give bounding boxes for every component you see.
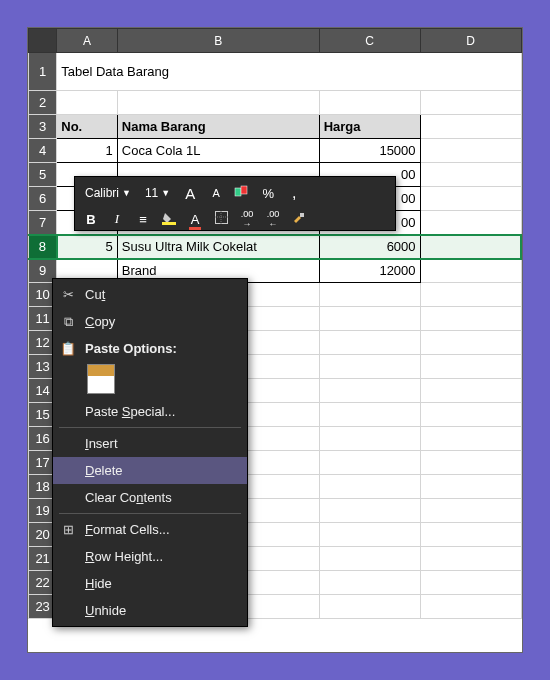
row-header-2[interactable]: 2 <box>29 91 57 115</box>
separator <box>59 513 241 514</box>
currency-icon <box>234 185 250 199</box>
font-family-value: Calibri <box>85 186 119 200</box>
row-header-5[interactable]: 5 <box>29 163 57 187</box>
ctx-paste-special-label: Paste Special... <box>85 404 175 419</box>
increase-decimal-button[interactable]: .00→ <box>237 209 257 229</box>
ctx-paste-options: 📋 Paste Options: <box>53 335 247 362</box>
cell-A8[interactable]: 5 <box>57 235 118 259</box>
ctx-unhide-label: Unhide <box>85 603 126 618</box>
hdr-nama[interactable]: Nama Barang <box>117 115 319 139</box>
cell-C8[interactable]: 6000 <box>319 235 420 259</box>
svg-rect-0 <box>235 188 241 196</box>
copy-icon: ⧉ <box>59 314 77 330</box>
ctx-copy-label: Copy <box>85 314 115 329</box>
row-header-7[interactable]: 7 <box>29 211 57 235</box>
fill-color-button[interactable] <box>159 211 179 228</box>
col-header-B[interactable]: B <box>117 29 319 53</box>
svg-rect-6 <box>300 213 304 217</box>
col-header-C[interactable]: C <box>319 29 420 53</box>
row-header-3[interactable]: 3 <box>29 115 57 139</box>
hdr-harga[interactable]: Harga <box>319 115 420 139</box>
brush-icon <box>292 211 306 225</box>
font-size-select[interactable]: 11 ▼ <box>141 186 174 200</box>
select-all-corner[interactable] <box>29 29 57 53</box>
context-menu: ✂ Cut ⧉ Copy 📋 Paste Options: Paste Spec… <box>52 278 248 627</box>
cell-B8[interactable]: Susu Ultra Milk Cokelat <box>117 235 319 259</box>
cell-B4[interactable]: Coca Cola 1L <box>117 139 319 163</box>
decrease-decimal-button[interactable]: .00← <box>263 209 283 229</box>
col-header-A[interactable]: A <box>57 29 118 53</box>
ctx-clear-contents[interactable]: Clear Contents <box>53 484 247 511</box>
italic-button[interactable]: I <box>107 211 127 227</box>
font-color-icon: A <box>189 212 202 230</box>
paste-option-default[interactable] <box>87 364 115 394</box>
ctx-insert[interactable]: Insert <box>53 430 247 457</box>
ctx-cut[interactable]: ✂ Cut <box>53 281 247 308</box>
chevron-down-icon: ▼ <box>161 188 170 198</box>
ctx-hide-label: Hide <box>85 576 112 591</box>
row-header-8[interactable]: 8 <box>29 235 57 259</box>
bold-button[interactable]: B <box>81 212 101 227</box>
font-size-value: 11 <box>145 186 158 200</box>
border-icon <box>215 211 228 224</box>
ctx-delete[interactable]: Delete <box>53 457 247 484</box>
ctx-paste-options-label: Paste Options: <box>85 341 177 356</box>
scissors-icon: ✂ <box>59 287 77 302</box>
ctx-copy[interactable]: ⧉ Copy <box>53 308 247 335</box>
title-cell[interactable]: Tabel Data Barang <box>57 53 521 91</box>
ctx-hide[interactable]: Hide <box>53 570 247 597</box>
format-icon: ⊞ <box>59 522 77 537</box>
cell-C9[interactable]: 12000 <box>319 259 420 283</box>
col-header-D[interactable]: D <box>420 29 521 53</box>
ctx-unhide[interactable]: Unhide <box>53 597 247 624</box>
svg-rect-2 <box>162 222 176 225</box>
row-header-1[interactable]: 1 <box>29 53 57 91</box>
grow-font-button[interactable]: A <box>180 185 200 202</box>
ctx-paste-special[interactable]: Paste Special... <box>53 398 247 425</box>
currency-button[interactable] <box>232 185 252 202</box>
separator <box>59 427 241 428</box>
hdr-no[interactable]: No. <box>57 115 118 139</box>
percent-button[interactable]: % <box>258 186 278 201</box>
format-painter-button[interactable] <box>289 211 309 228</box>
cell-C4[interactable]: 15000 <box>319 139 420 163</box>
svg-rect-1 <box>241 186 247 194</box>
chevron-down-icon: ▼ <box>122 188 131 198</box>
ctx-insert-label: Insert <box>85 436 118 451</box>
ctx-format-cells[interactable]: ⊞ Format Cells... <box>53 516 247 543</box>
shrink-font-button[interactable]: A <box>206 187 226 199</box>
font-family-select[interactable]: Calibri ▼ <box>81 186 135 200</box>
ctx-row-height-label: Row Height... <box>85 549 163 564</box>
cell-A4[interactable]: 1 <box>57 139 118 163</box>
ctx-format-cells-label: Format Cells... <box>85 522 170 537</box>
row-header-6[interactable]: 6 <box>29 187 57 211</box>
align-button[interactable]: ≡ <box>133 212 153 227</box>
bucket-icon <box>162 211 176 225</box>
font-color-button[interactable]: A <box>185 212 205 227</box>
ctx-cut-label: Cut <box>85 287 105 302</box>
comma-button[interactable]: , <box>284 184 304 202</box>
row-header-4[interactable]: 4 <box>29 139 57 163</box>
ctx-clear-label: Clear Contents <box>85 490 172 505</box>
ctx-delete-label: Delete <box>85 463 123 478</box>
ctx-row-height[interactable]: Row Height... <box>53 543 247 570</box>
borders-button[interactable] <box>211 211 231 227</box>
mini-toolbar: Calibri ▼ 11 ▼ A A % , B I ≡ A .00→ .00← <box>74 176 396 231</box>
clipboard-icon: 📋 <box>59 341 77 356</box>
